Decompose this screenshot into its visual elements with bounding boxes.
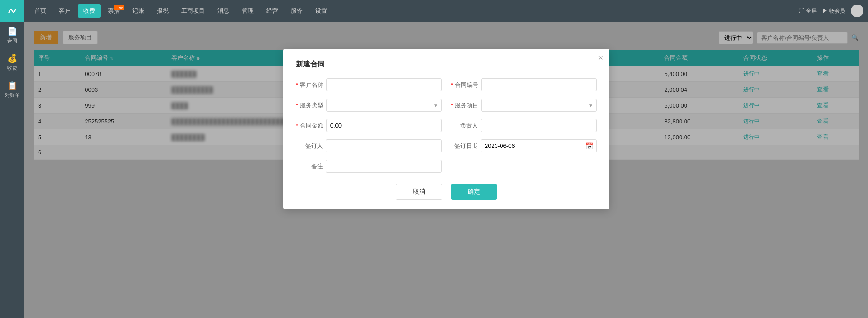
new-badge: new bbox=[114, 5, 124, 10]
modal-overlay: × 新建合同 客户名称 合同编号 bbox=[24, 22, 868, 318]
receipts-icon: 💰 bbox=[7, 53, 17, 63]
sidebar-logo[interactable] bbox=[0, 0, 24, 22]
member-button[interactable]: ▶ 畅会员 bbox=[822, 7, 845, 15]
contract-amount-label: 合同金额 bbox=[296, 122, 323, 130]
nav-settings[interactable]: 设置 bbox=[310, 4, 333, 18]
nav-operation[interactable]: 经营 bbox=[261, 4, 284, 18]
contract-no-label: 合同编号 bbox=[451, 81, 478, 89]
client-name-label: 客户名称 bbox=[296, 81, 323, 89]
content: 新增 服务项目 进行中 已完成 已取消 🔍 序号 合同编 bbox=[24, 22, 868, 318]
service-item-select-wrapper bbox=[481, 99, 597, 112]
service-type-select[interactable] bbox=[326, 99, 442, 112]
calendar-icon[interactable]: 📅 bbox=[585, 142, 593, 150]
topnav: 首页 客户 收费 票据 new 记账 报税 工商项目 消息 管理 经营 服务 设… bbox=[24, 0, 868, 22]
sign-date-label: 签订日期 bbox=[451, 142, 478, 150]
contract-amount-input[interactable] bbox=[326, 119, 442, 132]
fullscreen-button[interactable]: ⛶ 全屏 bbox=[799, 7, 816, 15]
sidebar-item-reconcile-label: 对账单 bbox=[5, 92, 20, 99]
modal-title: 新建合同 bbox=[296, 60, 597, 69]
sidebar-item-contract[interactable]: 📄 合同 bbox=[0, 22, 24, 49]
form-field-service-item: 服务项目 bbox=[451, 99, 597, 112]
cancel-button[interactable]: 取消 bbox=[396, 184, 442, 200]
form-row-1: 客户名称 合同编号 bbox=[296, 78, 597, 91]
contract-icon: 📄 bbox=[7, 26, 17, 36]
form-row-4: 签订人 签订日期 📅 bbox=[296, 139, 597, 152]
responsible-input[interactable] bbox=[481, 119, 597, 132]
signer-input[interactable] bbox=[326, 139, 442, 152]
nav-invoice[interactable]: 票据 new bbox=[102, 4, 125, 18]
form-row-3: 合同金额 负责人 bbox=[296, 119, 597, 132]
form-row-5: 备注 bbox=[296, 160, 597, 173]
user-avatar[interactable] bbox=[851, 5, 863, 17]
nav-message[interactable]: 消息 bbox=[212, 4, 235, 18]
nav-client[interactable]: 客户 bbox=[53, 4, 76, 18]
sign-date-input[interactable] bbox=[481, 139, 597, 152]
page-area: 新增 服务项目 进行中 已完成 已取消 🔍 序号 合同编 bbox=[24, 22, 868, 318]
modal-close-button[interactable]: × bbox=[598, 53, 603, 63]
nav-manage[interactable]: 管理 bbox=[236, 4, 259, 18]
form-field-note: 备注 bbox=[296, 160, 442, 173]
form-field-sign-date: 签订日期 📅 bbox=[451, 139, 597, 152]
form-field-service-type: 服务类型 bbox=[296, 99, 442, 112]
sidebar-item-reconcile[interactable]: 📋 对账单 bbox=[0, 76, 24, 103]
sidebar-item-receipts-label: 收费 bbox=[7, 65, 17, 71]
service-item-select[interactable] bbox=[481, 99, 597, 112]
topnav-right: ⛶ 全屏 ▶ 畅会员 bbox=[799, 5, 863, 17]
contract-no-input[interactable] bbox=[481, 78, 597, 91]
form-row-2: 服务类型 服务项目 bbox=[296, 99, 597, 112]
modal-footer: 取消 确定 bbox=[296, 184, 597, 200]
form-field-client: 客户名称 bbox=[296, 78, 442, 91]
form-field-amount: 合同金额 bbox=[296, 119, 442, 132]
sign-date-wrapper: 📅 bbox=[481, 139, 597, 152]
service-item-label: 服务项目 bbox=[451, 101, 478, 109]
note-input[interactable] bbox=[326, 160, 442, 173]
service-type-label: 服务类型 bbox=[296, 101, 323, 109]
nav-home[interactable]: 首页 bbox=[29, 4, 52, 18]
modal-dialog: × 新建合同 客户名称 合同编号 bbox=[283, 49, 609, 209]
signer-label: 签订人 bbox=[296, 142, 323, 150]
nav-industry[interactable]: 工商项目 bbox=[176, 4, 210, 18]
client-name-input[interactable] bbox=[326, 78, 442, 91]
nav-tax[interactable]: 报税 bbox=[151, 4, 174, 18]
sidebar-item-receipts[interactable]: 💰 收费 bbox=[0, 49, 24, 76]
sidebar-item-contract-label: 合同 bbox=[7, 38, 17, 44]
note-label: 备注 bbox=[296, 162, 323, 171]
reconcile-icon: 📋 bbox=[7, 81, 17, 90]
nav-receipts[interactable]: 收费 bbox=[78, 4, 101, 18]
form-field-responsible: 负责人 bbox=[451, 119, 597, 132]
form-field-signer: 签订人 bbox=[296, 139, 442, 152]
main-area: 首页 客户 收费 票据 new 记账 报税 工商项目 消息 管理 经营 服务 设… bbox=[24, 0, 868, 318]
form-field-contract-no: 合同编号 bbox=[451, 78, 597, 91]
sidebar: 📄 合同 💰 收费 📋 对账单 bbox=[0, 0, 24, 318]
nav-service[interactable]: 服务 bbox=[285, 4, 308, 18]
nav-accounting[interactable]: 记账 bbox=[127, 4, 149, 18]
confirm-button[interactable]: 确定 bbox=[451, 184, 497, 200]
responsible-label: 负责人 bbox=[451, 122, 478, 130]
service-type-select-wrapper bbox=[326, 99, 442, 112]
